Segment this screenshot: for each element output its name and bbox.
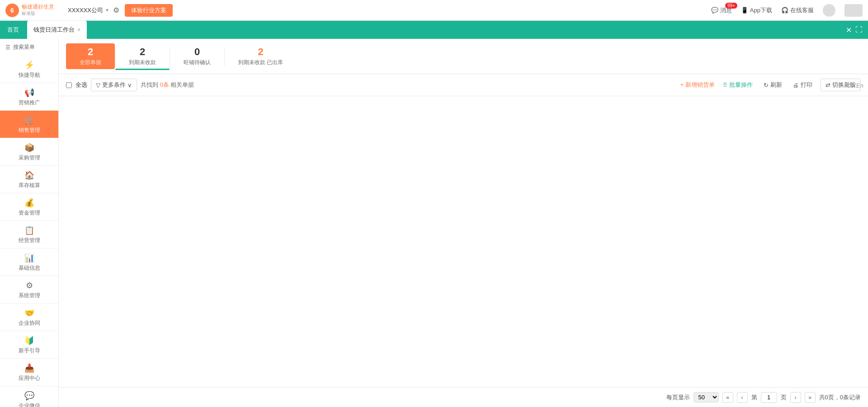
prev-page-btn[interactable]: ‹	[737, 392, 748, 403]
app-download-label: App下载	[750, 6, 772, 14]
sidebar-label-quick-nav: 快捷导航	[19, 71, 40, 79]
stat-wangpu-number: 0	[194, 46, 200, 58]
first-page-btn[interactable]: «	[722, 392, 733, 403]
online-service-label: 在线客服	[790, 6, 814, 14]
per-page-select[interactable]: 50 10 20 100	[693, 392, 719, 402]
sidebar-item-enterprise-coop[interactable]: 🤝 企业协同	[0, 304, 58, 331]
app-logo: 6 畅捷通好生意 标准版	[5, 4, 64, 17]
stat-unshipped-label: 到期未收款 已出库	[238, 59, 283, 66]
filter-button[interactable]: ▽ 更多条件 ∨	[91, 79, 137, 91]
stat-card-all[interactable]: 2 全部单据	[66, 43, 115, 69]
sidebar-item-quick-nav[interactable]: ⚡ 快捷导航	[0, 56, 58, 83]
table-area	[59, 96, 868, 387]
window-expand-btn[interactable]: ⛶	[855, 26, 863, 34]
wechat-icon: 💬	[24, 391, 34, 401]
tab-active[interactable]: 钱货日清工作台 ×	[27, 21, 87, 39]
refresh-button[interactable]: ↻ 刷新	[761, 79, 785, 91]
online-service-item[interactable]: 🎧 在线客服	[781, 6, 814, 14]
sidebar-item-system[interactable]: ⚙ 系统管理	[0, 276, 58, 304]
switch-icon: ⇄	[826, 82, 830, 89]
sidebar-label-operations: 经营管理	[19, 237, 40, 244]
company-dropdown-arrow: ▼	[105, 8, 109, 13]
stat-card-wangpu[interactable]: 0 旺铺待确认	[170, 43, 224, 69]
main-content: 2 全部单据 2 到期未收款 0 旺铺待确认 2 到期未收款 已出库	[59, 39, 868, 407]
sidebar-label-inventory: 库存核算	[19, 182, 40, 189]
sidebar-item-guide[interactable]: 🔰 新手引导	[0, 331, 58, 359]
last-page-btn[interactable]: »	[805, 392, 816, 403]
user-name-badge[interactable]	[844, 4, 863, 17]
toolbar-right: + 新增销货单 ⠿ 批量操作 ↻ 刷新 🖨 打印 ⇄ 切换新版	[680, 79, 861, 91]
sidebar-item-base-info[interactable]: 📊 基础信息	[0, 248, 58, 276]
sidebar-label-purchase: 采购管理	[19, 154, 40, 162]
sidebar-item-operations[interactable]: 📋 经营管理	[0, 221, 58, 248]
search-icon: ☰	[5, 44, 10, 51]
sidebar-label-sales: 销售管理	[19, 126, 40, 134]
new-order-button[interactable]: + 新增销货单	[680, 81, 715, 89]
filter-label: 更多条件	[102, 81, 126, 89]
sidebar-item-marketing[interactable]: 📢 营销推广	[0, 83, 58, 111]
app-badge: 标准版	[22, 10, 54, 17]
filter-icon: ▽	[96, 82, 100, 89]
sidebar-item-purchase[interactable]: 📦 采购管理	[0, 138, 58, 166]
often-badge: OfTEn	[846, 82, 863, 89]
tab-label: 钱货日清工作台	[33, 26, 75, 34]
sidebar-item-app-center[interactable]: 📥 应用中心	[0, 359, 58, 386]
sidebar-item-inventory[interactable]: 🏠 库存核算	[0, 166, 58, 193]
found-count: 0条	[160, 81, 169, 88]
stat-card-overdue[interactable]: 2 到期未收款	[115, 43, 170, 69]
found-text: 共找到 0条 相关单据	[141, 81, 194, 89]
operations-icon: 📋	[24, 225, 34, 235]
coop-icon: 🤝	[24, 308, 34, 318]
toolbar: 全选 ▽ 更多条件 ∨ 共找到 0条 相关单据 + 新增销货单 ⠿ 批量操作	[59, 74, 868, 96]
sidebar-label-base-info: 基础信息	[19, 264, 40, 272]
sidebar-item-finance[interactable]: 💰 资金管理	[0, 193, 58, 221]
stat-card-unshipped[interactable]: 2 到期未收款 已出库	[225, 43, 297, 69]
sidebar-label-wechat: 企业微信	[19, 402, 40, 407]
batch-label: 批量操作	[729, 81, 753, 89]
topbar-right: 💬 消息 99+ 📱 App下载 🎧 在线客服	[711, 4, 863, 17]
system-icon: ⚙	[26, 281, 33, 290]
stat-unshipped-number: 2	[258, 46, 264, 58]
avatar[interactable]	[823, 4, 835, 17]
sidebar-label-system: 系统管理	[19, 292, 40, 299]
inventory-icon: 🏠	[24, 170, 34, 180]
sidebar-item-sales[interactable]: 🛒 销售管理	[0, 111, 58, 138]
page-number-input[interactable]	[761, 392, 777, 403]
guide-icon: 🔰	[24, 336, 34, 346]
print-label: 打印	[801, 81, 812, 89]
next-page-btn[interactable]: ›	[790, 392, 801, 403]
filter-chevron: ∨	[127, 82, 132, 89]
window-close-btn[interactable]: ✕	[846, 26, 852, 34]
trial-button[interactable]: 体验行业方案	[125, 4, 173, 17]
select-all-checkbox[interactable]	[66, 82, 72, 88]
settings-icon[interactable]: ⚙	[113, 6, 119, 14]
app-center-icon: 📥	[24, 363, 34, 373]
message-item[interactable]: 💬 消息 99+	[711, 6, 732, 14]
print-button[interactable]: 🖨 打印	[790, 79, 815, 91]
sidebar-item-wechat[interactable]: 💬 企业微信	[0, 386, 58, 407]
print-icon: 🖨	[793, 82, 799, 89]
app-download-item[interactable]: 📱 App下载	[741, 6, 772, 14]
sidebar-label-finance: 资金管理	[19, 209, 40, 217]
stats-row: 2 全部单据 2 到期未收款 0 旺铺待确认 2 到期未收款 已出库	[59, 39, 868, 74]
refresh-label: 刷新	[770, 81, 782, 89]
company-selector[interactable]: XXXXXX公司 ▼	[68, 6, 109, 14]
tab-close-icon[interactable]: ×	[77, 27, 80, 33]
flash-icon: ⚡	[24, 60, 34, 70]
sidebar-search[interactable]: ☰ 搜索菜单	[0, 39, 58, 56]
stat-overdue-label: 到期未收款	[129, 59, 156, 66]
batch-op-button[interactable]: ⠿ 批量操作	[720, 79, 755, 91]
pagination: 每页显示 50 10 20 100 « ‹ 第 页 › » 共0页，0条记录	[59, 387, 868, 407]
purchase-icon: 📦	[24, 143, 34, 153]
base-info-icon: 📊	[24, 253, 34, 263]
tab-home[interactable]: 首页	[0, 21, 26, 39]
found-suffix: 相关单据	[170, 81, 194, 88]
finance-icon: 💰	[24, 198, 34, 208]
sidebar: ☰ 搜索菜单 ⚡ 快捷导航 📢 营销推广 🛒 销售管理 📦 采购管理 🏠 库存核…	[0, 39, 59, 407]
stat-all-number: 2	[88, 46, 93, 58]
topbar: 6 畅捷通好生意 标准版 XXXXXX公司 ▼ ⚙ 体验行业方案 💬 消息 99…	[0, 0, 868, 21]
message-badge: 99+	[725, 3, 737, 9]
toolbar-left: 全选 ▽ 更多条件 ∨ 共找到 0条 相关单据	[66, 79, 198, 91]
logo-icon: 6	[5, 4, 19, 17]
found-prefix: 共找到	[141, 81, 158, 88]
